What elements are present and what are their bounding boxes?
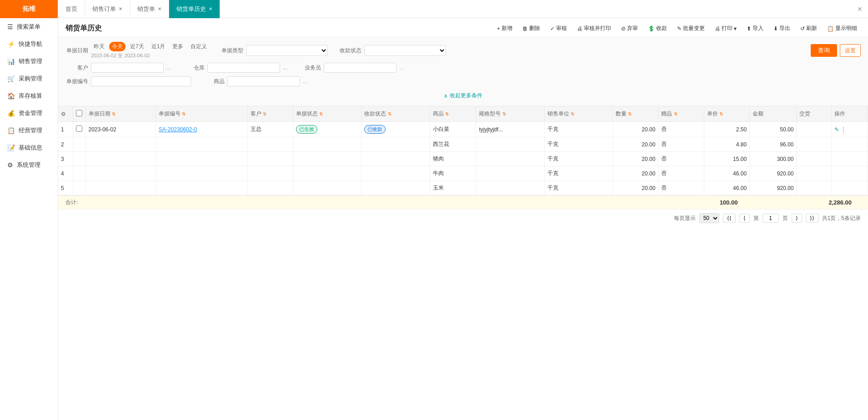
col-doc-status[interactable]: 单据状态 ⇅ — [293, 106, 361, 122]
salesperson-dots[interactable]: ... — [399, 65, 404, 71]
sidebar-item-purchase-mgmt[interactable]: 🛒 采购管理 — [0, 70, 58, 87]
col-unit-label: 销售单位 — [547, 110, 569, 117]
edit-op-btn[interactable]: ✎ — [834, 126, 839, 133]
page-number-input[interactable] — [763, 214, 779, 223]
select-all-checkbox[interactable] — [76, 110, 82, 116]
col-qty[interactable]: 数量 ⇅ — [612, 106, 658, 122]
batch-change-icon: ✎ — [677, 25, 682, 32]
import-button[interactable]: ⬆ 导入 — [743, 23, 767, 34]
col-gift[interactable]: 赠品 ⇅ — [658, 106, 704, 122]
sidebar-item-label: 经营管理 — [19, 126, 42, 135]
date-pill-1month[interactable]: 近1月 — [149, 42, 168, 51]
date-pill-yesterday[interactable]: 昨天 — [91, 42, 107, 51]
sidebar-item-system-mgmt[interactable]: ⚙ 系统管理 — [0, 156, 58, 174]
col-collect-status[interactable]: 收款状态 ⇅ — [361, 106, 430, 122]
row-action-1 — [832, 137, 868, 152]
doc-type-select[interactable] — [246, 45, 328, 56]
row-transaction-3 — [797, 166, 832, 181]
query-button[interactable]: 查询 — [811, 44, 837, 57]
col-doc-date[interactable]: 单据日期 ⇅ — [85, 106, 156, 122]
inventory-icon: 🏠 — [7, 92, 15, 100]
col-unit[interactable]: 销售单位 ⇅ — [544, 106, 612, 122]
filter-salesperson: 业务员 ... — [298, 63, 404, 73]
goods-dots[interactable]: ... — [303, 78, 307, 85]
row-amount-1: 96.00 — [750, 137, 797, 152]
content-area: 销货单历史 + 新增 🗑 删除 ✓ 审核 🖨 审核并打印 — [58, 18, 868, 420]
batch-change-button[interactable]: ✎ 批量变更 — [673, 23, 708, 34]
print-button[interactable]: 🖨 打印 ▾ — [711, 23, 740, 34]
col-settings[interactable]: ⚙ — [58, 106, 73, 122]
more-op-btn[interactable]: ⋮ — [841, 126, 846, 133]
date-pill-more[interactable]: 更多 — [170, 42, 186, 51]
per-page-select[interactable]: 50 — [699, 213, 719, 223]
settings-button[interactable]: 设置 — [840, 44, 861, 57]
tab-sales-delivery[interactable]: 销货单 ✕ — [130, 0, 169, 18]
tab-sales-order-close[interactable]: ✕ — [119, 6, 122, 11]
warehouse-dots[interactable]: ... — [283, 65, 287, 71]
sidebar-item-operations[interactable]: 📋 经营管理 — [0, 122, 58, 139]
tab-sales-history-close[interactable]: ✕ — [209, 6, 212, 11]
audit-icon: ✓ — [550, 25, 555, 32]
customer-dots[interactable]: ... — [166, 65, 171, 71]
collapse-button[interactable]: ∧ 收起更多条件 — [65, 90, 861, 101]
row-doc-status-0: 已生效 — [293, 122, 361, 137]
doc-no-link[interactable]: SA-20230602-0 — [159, 126, 197, 133]
col-transaction: 交货 — [797, 106, 832, 122]
sidebar-item-finance[interactable]: 💰 资金管理 — [0, 105, 58, 122]
row-num-4: 5 — [58, 181, 73, 195]
warehouse-input[interactable] — [207, 63, 280, 73]
salesperson-input[interactable] — [324, 63, 396, 73]
row-select-checkbox[interactable] — [76, 125, 82, 132]
date-pill-today[interactable]: 今天 — [109, 42, 125, 51]
col-transaction-label: 交货 — [799, 110, 810, 117]
refresh-button[interactable]: ↺ 刷新 — [797, 23, 821, 34]
row-checkbox-4 — [73, 181, 85, 195]
doc-status-sort-icon: ⇅ — [319, 111, 323, 116]
col-goods[interactable]: 商品 ⇅ — [430, 106, 476, 122]
row-num-1: 2 — [58, 137, 73, 152]
customer-input[interactable] — [91, 63, 164, 73]
purchase-icon: 🛒 — [7, 75, 15, 82]
discard-button[interactable]: ⊘ 弃审 — [617, 23, 642, 34]
finance-icon: 💰 — [7, 110, 15, 117]
audit-print-button[interactable]: 🖨 审核并打印 — [573, 23, 615, 34]
col-unit-price[interactable]: 单价 ⇅ — [704, 106, 749, 122]
tab-sales-order[interactable]: 销售订单 ✕ — [85, 0, 130, 18]
sidebar-item-quick-nav[interactable]: ⚡ 快捷导航 — [0, 35, 58, 53]
date-pill-custom[interactable]: 自定义 — [188, 42, 210, 51]
sidebar-item-sales-mgmt[interactable]: 📊 销售管理 — [0, 53, 58, 70]
discard-icon: ⊘ — [621, 25, 626, 32]
row-unit-1: 千克 — [544, 137, 612, 152]
audit-button[interactable]: ✓ 审核 — [547, 23, 571, 34]
filter-area: 单据日期 昨天 今天 近7天 近1月 更多 自定义 2023-06-02 至 2… — [58, 37, 868, 106]
row-qty-1: 20.00 — [612, 137, 658, 152]
goods-input[interactable] — [227, 76, 300, 86]
col-spec[interactable]: 规格型号 ⇅ — [476, 106, 544, 122]
sidebar-item-basic-info[interactable]: 📝 基础信息 — [0, 139, 58, 156]
tab-bar-close[interactable]: ✕ — [852, 5, 868, 13]
date-pill-7days[interactable]: 近7天 — [127, 42, 147, 51]
row-gift-1: 否 — [658, 137, 704, 152]
first-page-button[interactable]: ⟨⟨ — [723, 214, 736, 223]
collect-status-select[interactable] — [364, 45, 446, 56]
col-customer[interactable]: 客户 ⇅ — [247, 106, 293, 122]
tab-sales-history[interactable]: 销货单历史 ✕ — [169, 0, 220, 18]
last-page-button[interactable]: ⟩⟩ — [806, 214, 818, 223]
export-button[interactable]: ⬇ 导出 — [770, 23, 794, 34]
sidebar-item-search-menu[interactable]: ☰ 搜索菜单 — [0, 18, 58, 35]
delete-button[interactable]: 🗑 删除 — [519, 23, 544, 34]
add-button[interactable]: + 新增 — [493, 23, 516, 34]
tab-sales-delivery-close[interactable]: ✕ — [158, 6, 161, 11]
doc-no-input[interactable] — [91, 76, 191, 86]
prev-page-button[interactable]: ⟨ — [739, 214, 750, 223]
row-amount-4: 920.00 — [750, 181, 797, 195]
customer-sort-icon: ⇅ — [263, 111, 266, 116]
next-page-button[interactable]: ⟩ — [792, 214, 802, 223]
col-doc-no[interactable]: 单据编号 ⇅ — [156, 106, 248, 122]
show-detail-button[interactable]: 📋 显示明细 — [823, 23, 861, 34]
col-doc-date-label: 单据日期 — [89, 110, 110, 117]
sidebar-item-inventory[interactable]: 🏠 库存核算 — [0, 87, 58, 105]
tab-home[interactable]: 首页 — [58, 0, 85, 18]
collect-button[interactable]: 💲 收款 — [644, 23, 671, 34]
row-amount-2: 300.00 — [750, 152, 797, 166]
